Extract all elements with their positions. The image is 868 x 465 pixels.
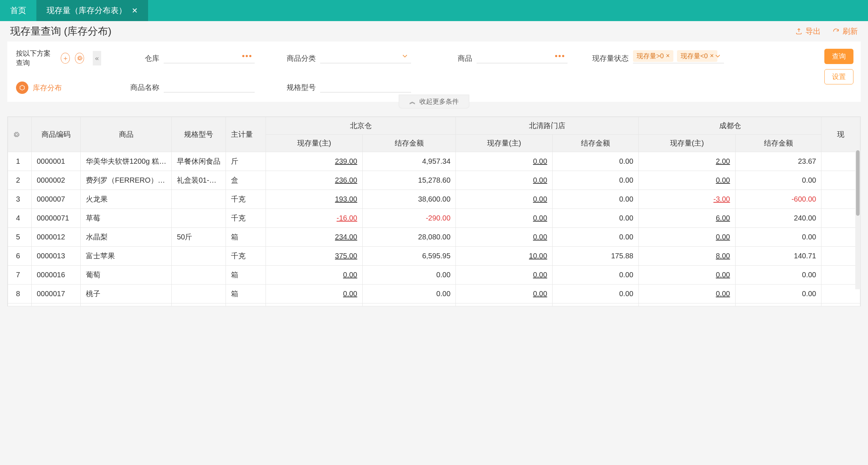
qty-cell[interactable]: 6.00: [638, 209, 735, 228]
filter-panel: 按以下方案查询 ＋ « 库存分布 仓库 •••: [7, 41, 861, 102]
category-field: 商品分类: [269, 49, 411, 63]
qty-cell[interactable]: -16.00: [266, 209, 363, 228]
qty-cell[interactable]: 8.00: [638, 247, 735, 266]
cell: 00000071: [32, 209, 81, 228]
qty-cell[interactable]: 0.00: [266, 266, 363, 285]
col-spec[interactable]: 规格型号: [172, 117, 226, 152]
refresh-button[interactable]: 刷新: [832, 26, 858, 36]
table-body: 10000001华美华夫软饼1200g 糕…早餐休闲食品斤239.004,957…: [8, 152, 860, 306]
table-row[interactable]: 60000013富士苹果千克375.006,595.9510.00175.888…: [8, 247, 860, 266]
table-row[interactable]: 50000012水晶梨50斤箱234.0028,080.000.000.000.…: [8, 228, 860, 247]
cell: 斤: [226, 152, 266, 171]
add-scheme-button[interactable]: ＋: [61, 53, 70, 64]
qty-cell[interactable]: 0.00: [638, 285, 735, 303]
table-row[interactable]: 20000002费列罗（FERRERO）…礼盒装01-…盒236.0015,27…: [8, 171, 860, 190]
qty-cell[interactable]: 0.00: [638, 303, 735, 306]
qty-cell[interactable]: 0.00: [456, 209, 553, 228]
status-chip-lt0[interactable]: 现存量<0×: [677, 50, 717, 62]
qty-cell[interactable]: 2.00: [638, 152, 735, 171]
qty-cell[interactable]: 0.00: [266, 285, 363, 303]
scheme-active-label: 库存分布: [33, 83, 62, 93]
col-qty-partial[interactable]: 现: [821, 117, 860, 152]
category-input[interactable]: [320, 49, 411, 63]
table-scroll[interactable]: 商品编码 商品 规格型号 主计量 北京仓 北清路门店 成都仓 现 现存量(主) …: [8, 117, 860, 306]
cell: 桃子: [81, 285, 172, 303]
qty-cell[interactable]: 10.00: [456, 247, 553, 266]
close-icon[interactable]: ×: [710, 52, 714, 60]
qty-cell[interactable]: 0.00: [638, 266, 735, 285]
qty-cell[interactable]: 193.00: [266, 190, 363, 209]
close-icon[interactable]: ✕: [132, 6, 138, 15]
product-field: 商品 •••: [426, 49, 568, 63]
query-button[interactable]: 查询: [824, 49, 853, 64]
qty-cell[interactable]: 0.00: [456, 171, 553, 190]
scheme-item-active[interactable]: 库存分布: [16, 82, 101, 94]
qty-cell[interactable]: 0.00: [456, 266, 553, 285]
col-cd-amt[interactable]: 结存金额: [735, 135, 821, 152]
settings-button[interactable]: 设置: [824, 69, 853, 84]
qty-cell[interactable]: 239.00: [266, 152, 363, 171]
vertical-scrollbar[interactable]: [855, 150, 860, 289]
qty-cell[interactable]: 0.00: [456, 303, 553, 306]
more-icon[interactable]: •••: [555, 51, 565, 61]
cell: 费列罗（FERRERO）…: [81, 171, 172, 190]
table-row[interactable]: 80000017桃子箱0.000.000.000.000.000.00: [8, 285, 860, 303]
export-button[interactable]: 导出: [795, 26, 821, 36]
qty-cell[interactable]: 0.00: [638, 171, 735, 190]
amt-cell: 0.00: [362, 285, 455, 303]
collapse-sidebar-button[interactable]: «: [93, 51, 101, 65]
cell: [172, 190, 226, 209]
warehouse-input[interactable]: •••: [164, 49, 255, 63]
col-group-bq[interactable]: 北清路门店: [456, 117, 639, 135]
col-product[interactable]: 商品: [81, 117, 172, 152]
col-group-bj[interactable]: 北京仓: [266, 117, 456, 135]
warehouse-field: 仓库 •••: [113, 49, 255, 63]
qty-cell[interactable]: 0.00: [456, 190, 553, 209]
col-bq-amt[interactable]: 结存金额: [553, 135, 639, 152]
qty-cell[interactable]: 0.00: [456, 152, 553, 171]
col-unit[interactable]: 主计量: [226, 117, 266, 152]
table-row[interactable]: 30000007火龙果千克193.0038,600.000.000.00-3.0…: [8, 190, 860, 209]
table-row[interactable]: 70000016葡萄箱0.000.000.000.000.000.00: [8, 266, 860, 285]
cell: 8: [8, 285, 32, 303]
column-settings-button[interactable]: [8, 117, 32, 152]
col-group-cd[interactable]: 成都仓: [638, 117, 821, 135]
col-bj-amt[interactable]: 结存金额: [362, 135, 455, 152]
spec-input[interactable]: [320, 78, 411, 92]
qty-cell[interactable]: 234.00: [266, 228, 363, 247]
title-actions: 导出 刷新: [795, 26, 858, 36]
chevron-down-icon[interactable]: [401, 52, 409, 60]
amt-cell: 0.00: [362, 303, 455, 306]
col-cd-qty[interactable]: 现存量(主): [638, 135, 735, 152]
product-input[interactable]: •••: [477, 49, 568, 63]
col-code[interactable]: 商品编码: [32, 117, 81, 152]
cell: 0000007: [32, 190, 81, 209]
qty-cell[interactable]: 0.00: [266, 303, 363, 306]
status-chip-gt0[interactable]: 现存量>0×: [633, 50, 673, 62]
amt-cell: 0.00: [553, 266, 639, 285]
scheme-settings-button[interactable]: [75, 53, 84, 64]
cell: 水晶梨: [81, 228, 172, 247]
tab-current[interactable]: 现存量（库存分布表） ✕: [36, 0, 148, 21]
status-input[interactable]: 现存量>0× 现存量<0×: [633, 49, 724, 63]
close-icon[interactable]: ×: [666, 52, 670, 60]
chevron-down-icon[interactable]: [714, 52, 722, 60]
cell: 千克: [226, 247, 266, 266]
qty-cell[interactable]: -3.00: [638, 190, 735, 209]
qty-cell[interactable]: 0.00: [456, 285, 553, 303]
table-row[interactable]: 10000001华美华夫软饼1200g 糕…早餐休闲食品斤239.004,957…: [8, 152, 860, 171]
scrollbar-thumb[interactable]: [856, 150, 860, 216]
collapse-filters-button[interactable]: ︽ 收起更多条件: [399, 95, 469, 108]
qty-cell[interactable]: 375.00: [266, 247, 363, 266]
qty-cell[interactable]: 236.00: [266, 171, 363, 190]
tab-home[interactable]: 首页: [0, 0, 36, 21]
product-name-input[interactable]: [164, 78, 255, 92]
cell: 2: [8, 171, 32, 190]
qty-cell[interactable]: 0.00: [638, 228, 735, 247]
col-bj-qty[interactable]: 现存量(主): [266, 135, 363, 152]
col-bq-qty[interactable]: 现存量(主): [456, 135, 553, 152]
table-row[interactable]: 400000071草莓千克-16.00-290.000.000.006.0024…: [8, 209, 860, 228]
table-row[interactable]: 90000020百香果袋0.000.000.000.000.000.00: [8, 303, 860, 306]
more-icon[interactable]: •••: [242, 51, 252, 61]
qty-cell[interactable]: 0.00: [456, 228, 553, 247]
